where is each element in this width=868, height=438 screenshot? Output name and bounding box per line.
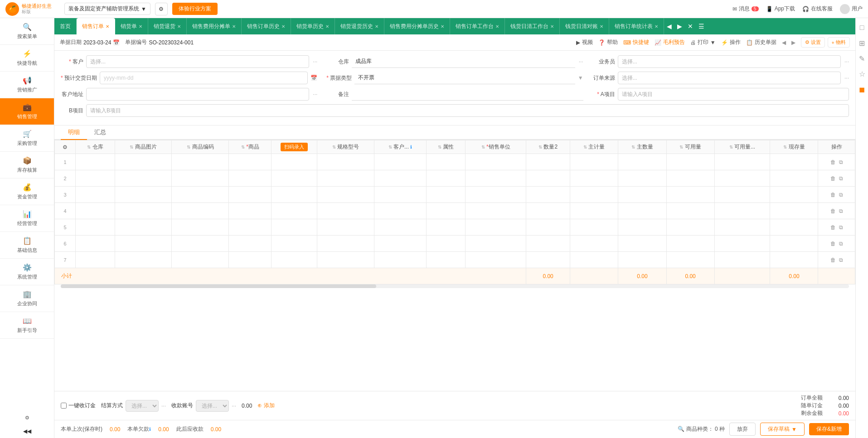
remarks-input[interactable]	[352, 88, 583, 101]
scan-btn[interactable]: 扫码录入	[281, 143, 308, 151]
operations-btn[interactable]: ⚡ 操作	[721, 39, 741, 46]
settings-gear-icon[interactable]: ⚙	[155, 3, 168, 15]
sidebar-item-inventory[interactable]: 📦 库存核算	[0, 152, 54, 178]
row-delete-icon[interactable]: 🗑	[830, 159, 836, 165]
row-copy-icon[interactable]: ⧉	[839, 175, 843, 182]
one-click-collect-checkbox[interactable]: 一键收订金	[61, 402, 96, 409]
row-delete-icon[interactable]: 🗑	[830, 208, 836, 214]
row-delete-icon[interactable]: 🗑	[830, 224, 836, 231]
tab-home[interactable]: 首页	[54, 18, 77, 34]
row-copy-icon[interactable]: ⧉	[839, 224, 843, 231]
tab-close-icon[interactable]: ✕	[375, 24, 378, 29]
b-project-input[interactable]: 请输入B项目	[86, 104, 849, 117]
sidebar-item-quick-nav[interactable]: ⚡ 快捷导航	[0, 45, 54, 72]
tab-cash-reconcile[interactable]: 钱货日清对账 ✕	[560, 18, 609, 34]
toolbar-nav-prev[interactable]: ◀	[782, 39, 786, 46]
sidebar-item-sales[interactable]: 💼 销售管理	[0, 98, 54, 125]
tab-fee-history[interactable]: 销售费用分摊单历史 ✕	[384, 18, 450, 34]
account-select[interactable]: 选择...	[196, 400, 229, 412]
tab-close-icon[interactable]: ✕	[441, 24, 444, 29]
row-copy-icon[interactable]: ⧉	[839, 257, 843, 263]
sidebar-item-enterprise[interactable]: 🏢 企业协同	[0, 285, 54, 312]
tab-menu-btn[interactable]: ☰	[696, 23, 707, 30]
save-new-btn[interactable]: 保存&新增	[809, 423, 849, 435]
agent-input[interactable]: 选择...	[618, 55, 841, 68]
row-copy-icon[interactable]: ⧉	[839, 192, 843, 198]
help-btn[interactable]: ❓ 帮助	[598, 39, 618, 46]
customer-expand-icon[interactable]: ···	[313, 58, 317, 65]
right-panel-icon-1[interactable]: □	[857, 23, 867, 33]
toolbar-nav-next[interactable]: ▶	[791, 39, 795, 46]
payment-method-select[interactable]: 选择...	[126, 400, 159, 412]
tab-close-icon[interactable]: ✕	[495, 24, 499, 29]
tab-sales-refund[interactable]: 销货退货 ✕	[148, 18, 187, 34]
tab-close-icon[interactable]: ✕	[139, 24, 142, 29]
message-btn[interactable]: ✉ 消息 5	[732, 5, 759, 13]
row-delete-icon[interactable]: 🗑	[830, 241, 836, 247]
date-pick-icon[interactable]: 📅	[310, 75, 317, 81]
tab-summary[interactable]: 汇总	[87, 125, 113, 140]
tab-refund-history[interactable]: 销货退货历史 ✕	[335, 18, 384, 34]
horizontal-scrollbar[interactable]	[61, 284, 849, 288]
col-scan[interactable]: 扫码录入	[272, 140, 317, 154]
save-draft-btn[interactable]: 保存草稿 ▼	[760, 423, 805, 436]
shortcut-btn[interactable]: ⌨ 快捷键	[623, 39, 649, 46]
sidebar-settings-btn[interactable]: ⚙	[0, 411, 54, 424]
calendar-icon[interactable]: 📅	[113, 39, 120, 46]
tab-sales-order[interactable]: 销售订单 ✕	[77, 18, 115, 34]
right-panel-icon-4[interactable]: ☆	[857, 69, 867, 79]
history-bills-btn[interactable]: 📋 历史单据	[746, 39, 776, 46]
tab-close-icon[interactable]: ✕	[655, 24, 658, 29]
view-video-btn[interactable]: ▶ 视频	[576, 39, 593, 46]
sidebar-item-basic-info[interactable]: 📋 基础信息	[0, 232, 54, 259]
sidebar-item-operation[interactable]: 📊 经营管理	[0, 205, 54, 232]
ticket-dropdown-icon[interactable]: ▼	[578, 75, 583, 81]
user-menu-btn[interactable]: 用户	[840, 4, 863, 14]
tab-close-icon[interactable]: ✕	[550, 24, 554, 29]
tab-sales-return[interactable]: 销货单 ✕	[115, 18, 148, 34]
tab-order-workbench[interactable]: 销售订单工作台 ✕	[450, 18, 505, 34]
tab-sales-stats[interactable]: 销售订单统计表 ✕	[609, 18, 664, 34]
tab-close-icon[interactable]: ✕	[106, 24, 109, 29]
sidebar-item-system[interactable]: ⚙️ 系统管理	[0, 259, 54, 285]
col-settings[interactable]: ⚙	[55, 140, 76, 154]
tab-close-icon[interactable]: ✕	[177, 24, 181, 29]
tab-close-icon[interactable]: ✕	[600, 24, 603, 29]
tab-sales-fee-split[interactable]: 销售费用分摊单 ✕	[187, 18, 242, 34]
tab-return-history[interactable]: 销货单历史 ✕	[291, 18, 335, 34]
sidebar-collapse-btn[interactable]: ◀◀	[0, 424, 54, 438]
tab-close-icon[interactable]: ✕	[281, 24, 285, 29]
row-copy-icon[interactable]: ⧉	[839, 159, 843, 165]
print-btn[interactable]: 🖨 打印 ▼	[690, 39, 716, 46]
right-panel-icon-3[interactable]: ✎	[857, 53, 867, 63]
right-panel-icon-2[interactable]: ⊞	[857, 38, 867, 48]
sidebar-item-finance[interactable]: 💰 资金管理	[0, 178, 54, 205]
row-delete-icon[interactable]: 🗑	[830, 257, 836, 263]
delivery-date-input[interactable]: yyyy-mm-dd	[100, 72, 308, 84]
discard-btn[interactable]: 放弃	[729, 423, 756, 436]
customer-input[interactable]: 选择...	[86, 55, 309, 68]
row-copy-icon[interactable]: ⧉	[839, 241, 843, 247]
add-material-btn[interactable]: + 物料	[828, 37, 850, 48]
tab-detail[interactable]: 明细	[61, 125, 87, 140]
online-service-btn[interactable]: 🎧 在线客服	[802, 5, 833, 13]
tab-close-icon[interactable]: ✕	[325, 24, 329, 29]
a-project-input[interactable]: 请输入A项目	[618, 88, 849, 101]
tab-close-all-btn[interactable]: ✕	[685, 23, 696, 30]
address-input[interactable]	[86, 88, 309, 101]
system-selector[interactable]: 装备及固定资产辅助管理系统 ▼	[64, 3, 150, 15]
tab-cash-workbench[interactable]: 钱货日清工作台 ✕	[505, 18, 560, 34]
order-source-expand-icon[interactable]: ···	[844, 75, 849, 81]
industry-btn[interactable]: 体验行业方案	[172, 3, 218, 15]
address-expand-icon[interactable]: ···	[313, 91, 317, 97]
row-copy-icon[interactable]: ⧉	[839, 208, 843, 214]
sidebar-item-guide[interactable]: 📖 新手引导	[0, 312, 54, 339]
tab-next-btn[interactable]: ▶	[674, 23, 685, 30]
one-click-checkbox-input[interactable]	[61, 403, 67, 409]
tab-close-icon[interactable]: ✕	[232, 24, 236, 29]
ticket-type-input[interactable]: 不开票	[354, 72, 575, 84]
sidebar-item-search[interactable]: 🔍 搜索菜单	[0, 18, 54, 45]
sidebar-item-marketing[interactable]: 📢 营销推广	[0, 72, 54, 98]
right-panel-icon-5[interactable]: ◼	[857, 84, 867, 94]
row-delete-icon[interactable]: 🗑	[830, 192, 836, 198]
